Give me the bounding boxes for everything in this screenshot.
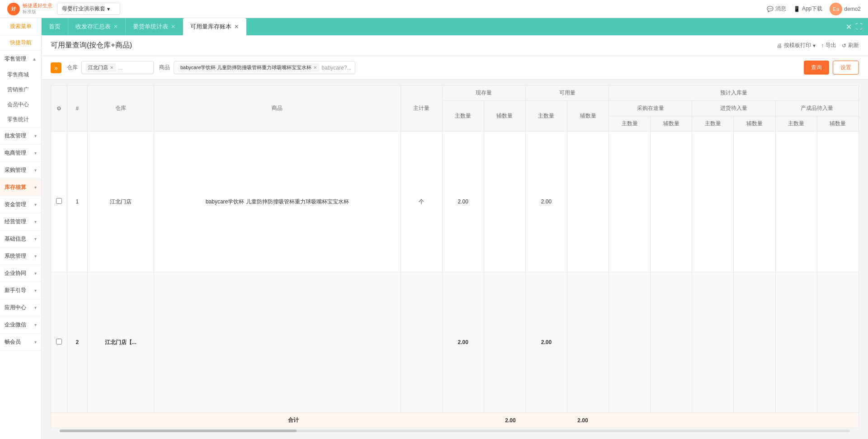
sidebar-item-marketing[interactable]: 营销推广 [0,82,41,97]
tab-available-close-icon[interactable]: ✕ [234,24,239,30]
app-download-label: App下载 [802,5,822,13]
footer-summary-label: 合计 [122,416,465,424]
sidebar-section-header-basic[interactable]: 基础信息 ▾ [0,231,41,247]
refresh-btn[interactable]: ↺ 刷新 [842,42,859,49]
row2-unit [401,272,442,413]
export-label: 导出 [826,42,836,49]
row2-checkbox[interactable] [51,272,67,413]
sidebar-quick-nav[interactable]: 快捷导航 [0,35,41,51]
industry-select[interactable]: 母婴行业演示账套 ▾ [57,3,120,15]
row1-available-main: 2.00 [525,132,567,272]
industry-label: 母婴行业演示账套 [62,5,105,13]
tab-receipts[interactable]: 收发存汇总表 ✕ [68,18,126,35]
sidebar-section-header-purchase[interactable]: 采购管理 ▾ [0,162,41,179]
table-row: 1 江北门店 babycare学饮杯 儿童防摔防撞吸管杯重力球吸嘴杯宝宝水杯 个… [51,132,859,272]
sidebar-section-header-vip[interactable]: 畅会员 ▾ [0,334,41,350]
query-button[interactable]: 查询 [804,61,829,75]
print-btn[interactable]: 🖨 按模板打印 ▾ [777,42,816,49]
quick-nav-label: 快捷导航 [10,39,32,46]
row2-produce-aux [817,272,859,413]
sidebar-section-header-newbie[interactable]: 新手引导 ▾ [0,282,41,299]
sidebar-section-retail: 零售管理 ▲ 零售商城 营销推广 会员中心 零售统计 [0,51,41,127]
col-unit-header: 主计量 [401,85,442,132]
print-chevron-icon: ▾ [813,42,816,49]
sidebar-section-wechat: 企业微信 ▾ [0,316,41,334]
main-layout: 搜索菜单 快捷导航 零售管理 ▲ 零售商城 营销推广 会员中心 零售统计 批发管… [0,18,868,439]
col-purchase-main-header: 主数量 [609,116,651,132]
chevron-down-icon: ▾ [107,6,110,12]
horizontal-scrollbar[interactable] [51,428,859,434]
sidebar: 搜索菜单 快捷导航 零售管理 ▲ 零售商城 营销推广 会员中心 零售统计 批发管… [0,18,42,439]
system-label: 系统管理 [5,252,26,260]
col-settings-header[interactable]: ⚙ [51,85,67,132]
row1-available-aux [567,132,609,272]
row1-product: babycare学饮杯 儿童防摔防撞吸管杯重力球吸嘴杯宝宝水杯 [154,132,401,272]
footer-available-main: 2.00 [565,417,601,424]
warehouse-filter-input[interactable]: 江北门店 ✕ ... [81,61,154,74]
sidebar-section-header-apps[interactable]: 应用中心 ▾ [0,299,41,316]
row2-available-main: 2.00 [525,272,567,413]
sidebar-section-header-wechat[interactable]: 企业微信 ▾ [0,316,41,333]
wholesale-label: 批发管理 [5,132,26,140]
sidebar-section-basic: 基础信息 ▾ [0,231,41,248]
warehouse-filter-label: 仓库 [67,64,78,71]
row1-checkbox[interactable] [51,132,67,272]
sidebar-item-retail-mall[interactable]: 零售商城 [0,67,41,82]
sidebar-section-header-retail[interactable]: 零售管理 ▲ [0,51,41,67]
message-btn[interactable]: 💬 消息 [767,5,786,13]
product-tag-close-icon[interactable]: ✕ [313,65,317,70]
filter-expand-btn[interactable]: » [51,62,61,73]
row2-purchase-main [609,272,651,413]
row1-index: 1 [67,132,88,272]
col-forecast-group-header: 预计入库量 [609,85,859,101]
tab-requisition-label: 要货单统计表 [133,23,168,31]
tab-home[interactable]: 首页 [42,18,68,35]
sidebar-section-header-enterprise[interactable]: 企业协同 ▾ [0,265,41,282]
sidebar-item-members[interactable]: 会员中心 [0,97,41,112]
top-bar-left: 好 畅捷通好生意 标准版 母婴行业演示账套 ▾ [7,3,120,15]
product-filter-input[interactable]: babycare学饮杯 儿童防摔防撞吸管杯重力球吸嘴杯宝宝水杯 ✕ babyca… [174,61,355,74]
tab-expand-icon[interactable]: ⛶ [855,23,863,31]
sidebar-section-header-operations[interactable]: 经营管理 ▾ [0,213,41,230]
col-stock-group-header: 现存量 [442,85,525,101]
filter-actions: 查询 设置 [804,61,859,75]
export-btn[interactable]: ↑ 导出 [821,42,836,49]
operations-label: 经营管理 [5,218,26,226]
user-btn[interactable]: Ea demo2 [830,3,861,15]
tab-requisition-close-icon[interactable]: ✕ [171,24,175,30]
sidebar-section-header-ecommerce[interactable]: 电商管理 ▾ [0,145,41,161]
settings-button[interactable]: 设置 [833,61,859,75]
sidebar-section-header-system[interactable]: 系统管理 ▾ [0,248,41,264]
filter-bar: » 仓库 江北门店 ✕ ... 商品 babycare [42,56,868,80]
scroll-track[interactable] [60,430,850,432]
refresh-label: 刷新 [848,42,859,49]
row2-purchase-aux [651,272,692,413]
app-download-btn[interactable]: 📱 App下载 [793,5,822,13]
row2-produce-main [775,272,817,413]
sidebar-search[interactable]: 搜索菜单 [0,18,41,35]
export-icon: ↑ [821,42,824,49]
tab-bar: 首页 收发存汇总表 ✕ 要货单统计表 ✕ 可用量库存账本 ✕ ✕ ⛶ [42,18,868,35]
scroll-thumb[interactable] [60,430,297,432]
row1-stock-aux [484,132,525,272]
logo-text-area: 畅捷通好生意 标准版 [23,3,52,15]
message-icon: 💬 [767,6,774,12]
product-filter-group: 商品 babycare学饮杯 儿童防摔防撞吸管杯重力球吸嘴杯宝宝水杯 ✕ bab… [159,61,355,74]
sidebar-section-header-finance[interactable]: 资金管理 ▾ [0,196,41,213]
tab-close-all-icon[interactable]: ✕ [846,23,852,31]
wechat-label: 企业微信 [5,321,26,329]
sidebar-section-header-wholesale[interactable]: 批发管理 ▾ [0,127,41,144]
basic-label: 基础信息 [5,235,26,243]
sidebar-section-operations: 经营管理 ▾ [0,213,41,231]
tab-requisition[interactable]: 要货单统计表 ✕ [126,18,183,35]
tab-available[interactable]: 可用量库存账本 ✕ [183,18,246,35]
apps-label: 应用中心 [5,304,26,312]
row1-incoming-main [692,132,734,272]
tab-receipts-close-icon[interactable]: ✕ [113,24,118,30]
sidebar-item-retail-stats[interactable]: 零售统计 [0,112,41,127]
col-product-header: 商品 [154,85,401,132]
sidebar-section-header-inventory[interactable]: 库存核算 ▾ [0,179,41,196]
warehouse-tag-close-icon[interactable]: ✕ [110,65,113,70]
row1-unit: 个 [401,132,442,272]
row1-warehouse: 江北门店 [87,132,154,272]
